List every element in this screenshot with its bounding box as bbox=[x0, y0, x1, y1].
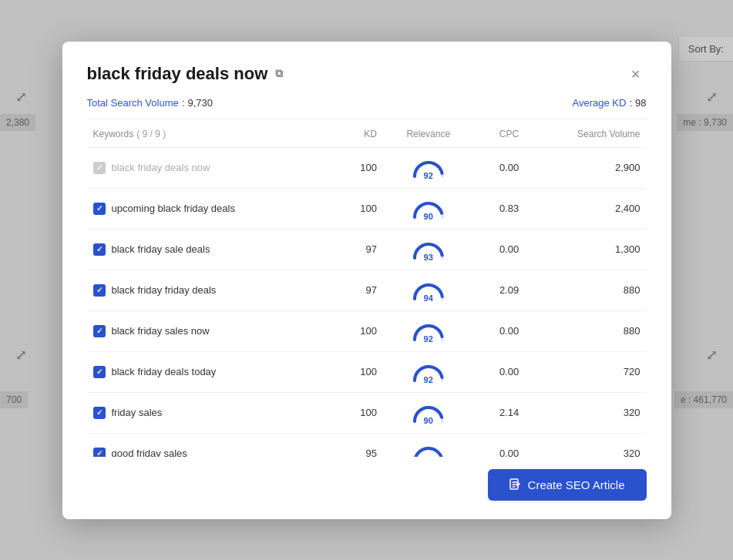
keywords-table: Keywords ( 9 / 9 ) KD Relevance CPC Sear… bbox=[87, 119, 647, 457]
search-volume-cell: 320 bbox=[525, 433, 646, 457]
copy-icon[interactable]: ⧉ bbox=[275, 67, 283, 80]
cpc-cell: 0.00 bbox=[473, 147, 525, 188]
keyword-checkbox[interactable] bbox=[93, 162, 106, 174]
average-kd: Average KD : 98 bbox=[573, 96, 647, 109]
kd-cell: 97 bbox=[336, 229, 383, 270]
relevance-number: 93 bbox=[424, 253, 433, 262]
relevance-cell: 90 bbox=[383, 188, 473, 229]
modal-header: black friday deals now ⧉ × Total Search … bbox=[62, 42, 671, 119]
table-row: black friday friday deals97942.09880 bbox=[87, 270, 647, 310]
total-search-volume: Total Search Volume : 9,730 bbox=[87, 96, 213, 109]
modal-dialog: black friday deals now ⧉ × Total Search … bbox=[62, 42, 671, 519]
col-search-volume: Search Volume bbox=[525, 119, 646, 148]
keyword-text: black friday deals today bbox=[112, 366, 217, 377]
keyword-text: good friday sales bbox=[112, 448, 187, 457]
keyword-text: friday sales bbox=[112, 407, 163, 418]
search-volume-cell: 880 bbox=[525, 270, 646, 310]
col-keywords: Keywords ( 9 / 9 ) bbox=[87, 119, 337, 148]
modal-title: black friday deals now ⧉ bbox=[87, 64, 284, 84]
relevance-cell: 92 bbox=[383, 351, 473, 392]
keyword-cell: black friday deals now bbox=[87, 147, 337, 188]
relevance-number: 92 bbox=[424, 376, 433, 384]
relevance-cell: 94 bbox=[383, 270, 473, 310]
keyword-text: black friday sale deals bbox=[112, 243, 210, 255]
keyword-text: black friday deals now bbox=[112, 162, 210, 173]
create-seo-article-button[interactable]: Create SEO Article bbox=[488, 469, 647, 501]
cpc-cell: 0.00 bbox=[473, 310, 525, 351]
cpc-cell: 2.14 bbox=[473, 392, 525, 433]
kd-cell: 95 bbox=[336, 433, 383, 457]
keywords-col-label: Keywords bbox=[93, 129, 134, 139]
kd-cell: 97 bbox=[336, 270, 383, 310]
cpc-cell: 0.00 bbox=[473, 433, 525, 457]
keyword-checkbox[interactable] bbox=[93, 448, 106, 457]
table-row: upcoming black friday deals100900.832,40… bbox=[87, 188, 647, 229]
avg-kd-value: : 98 bbox=[630, 97, 647, 109]
keyword-cell: black friday deals today bbox=[87, 351, 337, 392]
relevance-number: 90 bbox=[424, 213, 433, 221]
cpc-cell: 2.09 bbox=[473, 270, 525, 310]
keyword-checkbox[interactable] bbox=[93, 366, 106, 378]
relevance-cell: 93 bbox=[383, 229, 473, 270]
keyword-checkbox[interactable] bbox=[93, 325, 106, 337]
keyword-checkbox[interactable] bbox=[93, 284, 106, 297]
relevance-cell: 90 bbox=[383, 433, 473, 457]
relevance-cell: 90 bbox=[383, 392, 473, 433]
close-button[interactable]: × bbox=[625, 63, 647, 85]
col-relevance: Relevance bbox=[383, 119, 473, 148]
keyword-cell: good friday sales bbox=[87, 433, 337, 457]
search-volume-cell: 2,400 bbox=[525, 188, 646, 229]
kd-cell: 100 bbox=[336, 351, 383, 392]
keyword-text: black friday friday deals bbox=[112, 284, 217, 296]
relevance-cell: 92 bbox=[383, 147, 473, 188]
kd-cell: 100 bbox=[336, 188, 383, 229]
relevance-number: 92 bbox=[424, 335, 433, 344]
relevance-number: 90 bbox=[424, 417, 433, 425]
tsv-label: Total Search Volume bbox=[87, 97, 179, 109]
table-row: friday sales100902.14320 bbox=[87, 392, 647, 433]
search-volume-cell: 880 bbox=[525, 310, 646, 351]
cpc-cell: 0.00 bbox=[473, 351, 525, 392]
relevance-number: 92 bbox=[424, 172, 433, 180]
keyword-checkbox[interactable] bbox=[93, 243, 106, 256]
title-text: black friday deals now bbox=[87, 64, 268, 84]
avg-kd-label: Average KD bbox=[573, 97, 627, 109]
modal-backdrop: black friday deals now ⧉ × Total Search … bbox=[0, 0, 733, 560]
table-row: black friday deals today100920.00720 bbox=[87, 351, 647, 392]
edit-icon bbox=[509, 478, 522, 491]
keyword-text: black friday sales now bbox=[112, 325, 210, 337]
search-volume-cell: 720 bbox=[525, 351, 646, 392]
col-cpc: CPC bbox=[473, 119, 525, 148]
table-header-row: Keywords ( 9 / 9 ) KD Relevance CPC Sear… bbox=[87, 119, 647, 148]
keyword-cell: upcoming black friday deals bbox=[87, 188, 337, 229]
modal-stats-row: Total Search Volume : 9,730 Average KD :… bbox=[87, 96, 647, 119]
keyword-text: upcoming black friday deals bbox=[112, 203, 235, 214]
relevance-number: 94 bbox=[424, 294, 433, 303]
kd-cell: 100 bbox=[336, 147, 383, 188]
col-kd: KD bbox=[336, 119, 383, 148]
create-btn-label: Create SEO Article bbox=[528, 478, 625, 491]
modal-footer: Create SEO Article bbox=[62, 457, 671, 519]
cpc-cell: 0.00 bbox=[473, 229, 525, 270]
table-row: black friday deals now100920.002,900 bbox=[87, 147, 647, 188]
keyword-cell: black friday friday deals bbox=[87, 270, 337, 310]
keyword-checkbox[interactable] bbox=[93, 203, 106, 215]
keyword-checkbox[interactable] bbox=[93, 407, 106, 419]
table-row: black friday sale deals97930.001,300 bbox=[87, 229, 647, 270]
relevance-cell: 92 bbox=[383, 310, 473, 351]
search-volume-cell: 320 bbox=[525, 392, 646, 433]
keyword-cell: black friday sales now bbox=[87, 310, 337, 351]
search-volume-cell: 2,900 bbox=[525, 147, 646, 188]
kd-cell: 100 bbox=[336, 392, 383, 433]
cpc-cell: 0.83 bbox=[473, 188, 525, 229]
table-row: black friday sales now100920.00880 bbox=[87, 310, 647, 351]
modal-table-container: Keywords ( 9 / 9 ) KD Relevance CPC Sear… bbox=[62, 119, 671, 457]
kd-cell: 100 bbox=[336, 310, 383, 351]
table-row: good friday sales95900.00320 bbox=[87, 433, 647, 457]
search-volume-cell: 1,300 bbox=[525, 229, 646, 270]
keywords-count: ( 9 / 9 ) bbox=[136, 129, 166, 139]
tsv-value: : 9,730 bbox=[182, 97, 213, 109]
keyword-cell: friday sales bbox=[87, 392, 337, 433]
keyword-cell: black friday sale deals bbox=[87, 229, 337, 270]
